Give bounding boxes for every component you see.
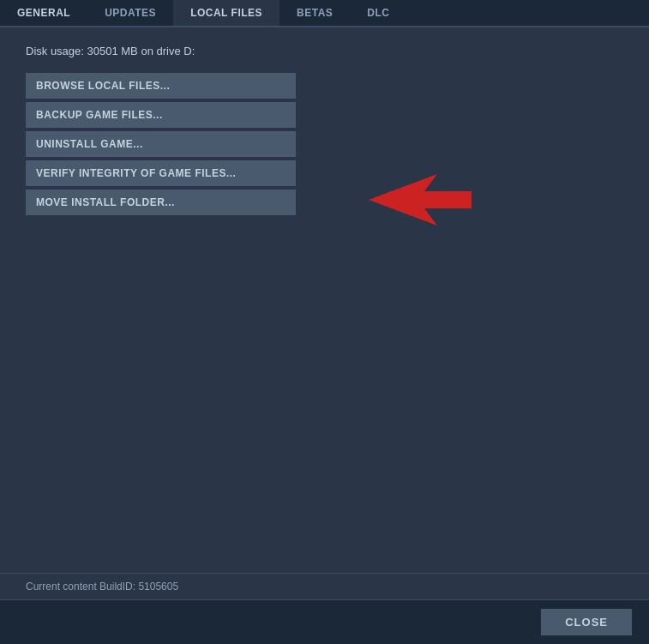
action-buttons-area: BROWSE LOCAL FILES... BACKUP GAME FILES.… bbox=[26, 73, 623, 215]
footer-bar: CLOSE bbox=[0, 599, 649, 644]
tab-dlc[interactable]: DLC bbox=[350, 0, 406, 26]
disk-usage-label: Disk usage: 30501 MB on drive D: bbox=[26, 45, 623, 57]
close-button[interactable]: CLOSE bbox=[541, 609, 632, 635]
content-area: Disk usage: 30501 MB on drive D: BROWSE … bbox=[0, 27, 649, 573]
move-install-folder-button[interactable]: MOVE INSTALL FOLDER... bbox=[26, 190, 296, 215]
steam-properties-window: GENERAL UPDATES LOCAL FILES BETAS DLC Di… bbox=[0, 0, 649, 644]
tab-local-files[interactable]: LOCAL FILES bbox=[173, 0, 279, 26]
arrow-annotation bbox=[300, 166, 472, 234]
tab-general[interactable]: GENERAL bbox=[0, 0, 87, 26]
tab-updates[interactable]: UPDATES bbox=[87, 0, 173, 26]
verify-integrity-button[interactable]: VERIFY INTEGRITY OF GAME FILES... bbox=[26, 160, 296, 186]
build-id-status: Current content BuildID: 5105605 bbox=[0, 573, 649, 599]
uninstall-game-button[interactable]: UNINSTALL GAME... bbox=[26, 131, 296, 157]
svg-marker-0 bbox=[369, 174, 472, 226]
backup-game-files-button[interactable]: BACKUP GAME FILES... bbox=[26, 102, 296, 128]
tabs-bar: GENERAL UPDATES LOCAL FILES BETAS DLC bbox=[0, 0, 649, 27]
browse-local-files-button[interactable]: BROWSE LOCAL FILES... bbox=[26, 73, 296, 99]
tab-betas[interactable]: BETAS bbox=[279, 0, 350, 26]
